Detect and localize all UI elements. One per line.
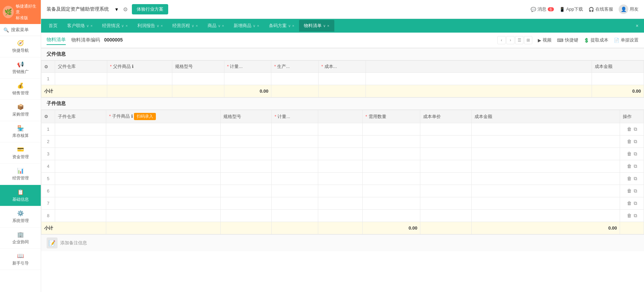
tab-dropdown-arrow[interactable]: ∨ xyxy=(157,24,159,28)
sidebar-item-basic-info[interactable]: 📋 基础信息 xyxy=(0,185,41,206)
copy-row-icon[interactable]: ⧉ xyxy=(634,139,637,144)
delete-row-icon[interactable]: 🗑 xyxy=(627,176,632,182)
sidebar-item-enterprise[interactable]: 🏢 企业协同 xyxy=(0,227,41,249)
tab-close-profit[interactable]: × xyxy=(161,24,163,28)
tab-bom[interactable]: 物料清单 ∨ × xyxy=(299,20,334,32)
cell-child-qty[interactable] xyxy=(362,123,420,136)
cell-child-warehouse[interactable] xyxy=(55,123,106,136)
message-badge: 6 xyxy=(548,7,554,11)
tab-close-goods[interactable]: × xyxy=(222,24,224,28)
delete-row-icon[interactable]: 🗑 xyxy=(627,139,632,144)
delete-row-icon[interactable]: 🗑 xyxy=(627,213,632,219)
sidebar-item-finance[interactable]: 💳 资金管理 xyxy=(0,142,41,164)
scan-input-button[interactable]: 扫码录入 xyxy=(134,113,156,120)
subtotal-empty3 xyxy=(271,85,319,97)
th-settings[interactable]: ⚙ xyxy=(41,61,55,73)
copy-row-icon[interactable]: ⧉ xyxy=(634,151,637,157)
tab-dropdown-arrow[interactable]: ∨ xyxy=(218,24,221,28)
sidebar-item-system[interactable]: ⚙️ 系统管理 xyxy=(0,206,41,227)
sidebar-item-marketing[interactable]: 📢 营销推广 xyxy=(0,57,41,79)
th-parent-product: * 父件商品 ℹ xyxy=(107,61,172,73)
user-avatar-item[interactable]: 👤 用友 xyxy=(619,4,639,14)
nav-menu[interactable]: ☰ xyxy=(515,36,523,44)
table-row: 4 🗑⧉ xyxy=(41,160,644,173)
tab-dropdown-arrow[interactable]: ∨ xyxy=(253,24,256,28)
close-all-tabs[interactable]: × xyxy=(633,23,641,28)
tab-history[interactable]: 经营历程 ∨ × xyxy=(168,20,202,32)
tab-close-new[interactable]: × xyxy=(257,24,259,28)
nav-next[interactable]: › xyxy=(506,36,515,44)
copy-row-icon[interactable]: ⧉ xyxy=(634,188,637,194)
tab-goods[interactable]: 商品 ∨ × xyxy=(203,20,229,32)
tab-new-goods[interactable]: 新增商品 ∨ × xyxy=(229,20,264,32)
cell-produce[interactable] xyxy=(271,73,319,85)
tab-dropdown-arrow[interactable]: ∨ xyxy=(191,24,194,28)
nav-expand[interactable]: ⊞ xyxy=(524,36,532,44)
tab-barcode[interactable]: 条码方案 ∨ × xyxy=(264,20,299,32)
tab-operations[interactable]: 经营情况 ∨ × xyxy=(97,20,132,32)
sidebar-item-sales[interactable]: 💰 销售管理 xyxy=(0,79,41,100)
delete-row-icon[interactable]: 🗑 xyxy=(627,163,632,169)
tab-dropdown-arrow[interactable]: ∨ xyxy=(121,24,124,28)
sidebar-item-inventory[interactable]: 🏪 库存核算 xyxy=(0,121,41,142)
parent-table-wrapper: ⚙ 父件仓库 * 父件商品 ℹ 规格型号 * 计量... * 生产... * 成… xyxy=(41,60,644,97)
delete-row-icon[interactable]: 🗑 xyxy=(627,200,632,206)
tab-close-hist[interactable]: × xyxy=(196,24,198,28)
cell-warehouse[interactable] xyxy=(55,73,107,85)
cell-product[interactable] xyxy=(107,73,172,85)
system-dropdown-arrow[interactable]: ▼ xyxy=(114,7,119,12)
th-child-settings[interactable]: ⚙ xyxy=(41,110,55,123)
tab-close-customer[interactable]: × xyxy=(90,24,92,28)
cell-child-unit-cost[interactable] xyxy=(420,123,471,136)
sidebar-item-quick-nav[interactable]: 🧭 快捷导航 xyxy=(0,36,41,57)
nav-prev[interactable]: ‹ xyxy=(497,36,506,44)
tab-home[interactable]: 首页 xyxy=(44,20,62,32)
child-table-wrapper: ⚙ 子件仓库 * 子件商品 ℹ 扫码录入 规格型号 * 计量... * 需用数量… xyxy=(41,110,644,234)
cell-child-unit[interactable] xyxy=(272,123,318,136)
child-subtotal-row: 小计 0.00 0.00 xyxy=(41,222,644,234)
messages-item[interactable]: 💬 消息 6 xyxy=(531,6,554,12)
bom-code-value: 0000005 xyxy=(104,37,123,43)
tab-close-bom[interactable]: × xyxy=(327,24,329,28)
notes-hint[interactable]: 添加备注信息 xyxy=(60,240,87,246)
sidebar-item-guide[interactable]: 📖 新手引导 xyxy=(0,249,41,270)
delete-row-icon[interactable]: 🗑 xyxy=(627,151,632,157)
action-cost[interactable]: 💲 提取成本 xyxy=(584,37,608,43)
online-service-item[interactable]: 🎧 在线客服 xyxy=(589,6,613,12)
cell-cost[interactable] xyxy=(319,73,366,85)
sidebar-item-operations[interactable]: 📊 经营管理 xyxy=(0,164,41,185)
cell-child-cost-amount xyxy=(471,123,620,136)
copy-row-icon[interactable]: ⧉ xyxy=(634,163,637,169)
bottom-bar: 📝 添加备注信息 xyxy=(41,234,644,251)
trial-button[interactable]: 体验行业方案 xyxy=(132,4,168,14)
cell-child-spec[interactable] xyxy=(220,123,271,136)
search-menu-item[interactable]: 🔍 搜索菜单 xyxy=(0,24,41,36)
action-shortcuts[interactable]: ⌨ 快捷键 xyxy=(557,37,578,43)
cell-spec[interactable] xyxy=(172,73,224,85)
tab-close-barcode[interactable]: × xyxy=(292,24,294,28)
copy-row-icon[interactable]: ⧉ xyxy=(634,176,637,182)
tab-close-ops[interactable]: × xyxy=(125,24,127,28)
tab-customer[interactable]: 客户联络 ∨ × xyxy=(62,20,97,32)
copy-row-icon[interactable]: ⧉ xyxy=(634,126,637,132)
tab-dropdown-arrow[interactable]: ∨ xyxy=(323,24,326,28)
app-download-item[interactable]: 📱 App下载 xyxy=(559,6,583,12)
th-parent-spec: 规格型号 xyxy=(172,61,224,73)
delete-row-icon[interactable]: 🗑 xyxy=(627,188,632,194)
subtotal-empty2 xyxy=(172,85,224,97)
cell-child-product[interactable] xyxy=(106,123,220,136)
tab-dropdown-arrow[interactable]: ∨ xyxy=(86,24,89,28)
tab-dropdown-arrow[interactable]: ∨ xyxy=(288,24,291,28)
copy-row-icon[interactable]: ⧉ xyxy=(634,213,637,219)
th-child-spec: 规格型号 xyxy=(220,110,271,123)
tab-profit[interactable]: 利润报告 ∨ × xyxy=(133,20,168,32)
cell-unit[interactable] xyxy=(224,73,271,85)
copy-row-icon[interactable]: ⧉ xyxy=(634,200,637,206)
notes-icon[interactable]: 📝 xyxy=(47,237,58,248)
action-doc-settings[interactable]: 📄 单据设置 xyxy=(614,37,639,43)
sidebar-item-purchase[interactable]: 📦 采购管理 xyxy=(0,100,41,121)
action-video[interactable]: ▶ 视频 xyxy=(538,37,552,43)
sub-tab-bom-list[interactable]: 物料清单 xyxy=(47,35,66,45)
gear-icon[interactable]: ⚙ xyxy=(123,6,128,13)
delete-row-icon[interactable]: 🗑 xyxy=(627,126,632,132)
